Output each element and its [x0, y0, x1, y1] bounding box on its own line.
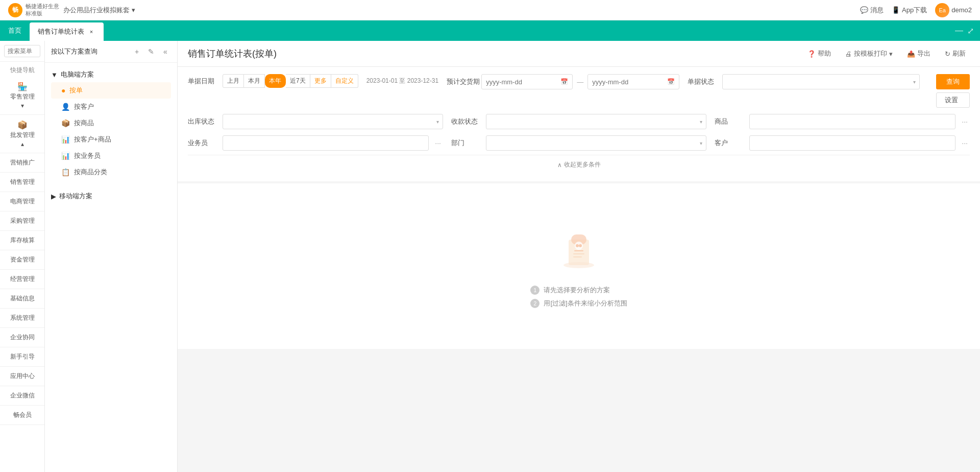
tab-close-icon[interactable]: ×: [87, 28, 95, 36]
tab-home[interactable]: 首页: [0, 20, 30, 41]
empty-illustration: [553, 224, 604, 275]
goods-dots-btn[interactable]: ···: [960, 117, 970, 126]
date-start-input[interactable]: [486, 78, 558, 86]
collapse-btn[interactable]: ∧ 收起更多条件: [188, 155, 970, 174]
sidebar-item-enterprise[interactable]: 企业协同: [0, 328, 44, 347]
tab-minimize-icon[interactable]: —: [955, 26, 963, 35]
app-download-btn[interactable]: 📱 App下载: [892, 6, 927, 15]
scheme-by-product[interactable]: 📦 按商品: [51, 115, 171, 131]
sidebar-item-appstore[interactable]: 应用中心: [0, 367, 44, 386]
scheme-product-icon: 📦: [61, 119, 70, 127]
search-input[interactable]: [4, 45, 40, 57]
customer-input[interactable]: [749, 135, 955, 151]
topbar: 畅 畅捷通好生意 标准版 办公用品行业模拟账套 ▾ 💬 消息 📱 App下载 E…: [0, 0, 980, 20]
payment-status-wrapper: ▾: [486, 114, 706, 129]
page-actions: ❓ 帮助 🖨 按模板打印 ▾ 📤 导出 ↻ 刷新: [803, 47, 970, 60]
avatar: Ea: [935, 3, 949, 17]
empty-steps: 1 请先选择要分析的方案 2 用[过滤]条件来缩小分析范围: [530, 286, 627, 308]
sidebar-item-ecommerce[interactable]: 电商管理: [0, 192, 44, 211]
scheme-by-category[interactable]: 📋 按商品分类: [51, 164, 171, 180]
svg-point-4: [576, 244, 579, 247]
date-separator: —: [577, 78, 583, 86]
logo-area: 畅 畅捷通好生意 标准版: [8, 3, 59, 17]
scheme-by-salesperson[interactable]: 📊 按业务员: [51, 148, 171, 164]
department-label: 部门: [451, 138, 482, 148]
print-btn[interactable]: 🖨 按模板打印 ▾: [841, 47, 897, 60]
scheme-order-icon: ●: [61, 86, 65, 95]
tab-maximize-icon[interactable]: ⤢: [967, 26, 974, 36]
sidebar-item-inventory[interactable]: 库存核算: [0, 231, 44, 250]
add-scheme-btn[interactable]: +: [131, 46, 142, 57]
filter-panel: 单据日期 上月 本月 本年 近7天 更多 自定义 2023-01-01 至 20…: [178, 67, 980, 181]
scheme-by-customer-product[interactable]: 📊 按客户+商品: [51, 131, 171, 148]
refresh-btn[interactable]: ↻ 刷新: [941, 47, 970, 60]
sidebar-item-retail[interactable]: 🏪 零售管理 ▾: [0, 77, 44, 115]
customer-dots-btn[interactable]: ···: [960, 139, 970, 147]
salesperson-dots-btn[interactable]: ···: [433, 139, 443, 147]
download-icon: 📱: [892, 6, 900, 14]
sidebar-item-member[interactable]: 畅会员: [0, 406, 44, 425]
empty-step-2: 2 用[过滤]条件来缩小分析范围: [530, 299, 627, 308]
sidebar-item-purchase[interactable]: 采购管理: [0, 211, 44, 231]
sidebar-quick-nav[interactable]: 快捷导航: [0, 62, 44, 77]
scheme-cat-icon: 📋: [61, 168, 70, 176]
date-range-text: 2023-01-01 至 2023-12-31: [366, 77, 438, 85]
settings-btn[interactable]: 设置: [936, 92, 970, 108]
delivery-status-select[interactable]: [223, 114, 443, 129]
logo-icon: 畅: [8, 3, 22, 17]
user-menu[interactable]: Ea demo2: [935, 3, 972, 17]
edit-scheme-btn[interactable]: ✎: [145, 46, 157, 57]
sidebar-item-operations[interactable]: 经营管理: [0, 270, 44, 289]
print-icon: 🖨: [845, 50, 852, 58]
filter-action-buttons: 查询 设置: [936, 74, 970, 108]
sidebar-item-wholesale[interactable]: 📦 批发管理 ▴: [0, 115, 44, 153]
help-icon: ❓: [807, 50, 816, 58]
last-7-btn[interactable]: 近7天: [286, 74, 310, 88]
order-status-select[interactable]: [722, 74, 920, 89]
quick-date-group: 上月 本月 本年 近7天 更多 自定义: [223, 74, 358, 88]
payment-status-select[interactable]: [486, 114, 706, 129]
expected-date-end[interactable]: 📅: [587, 74, 679, 89]
step-1-num: 1: [530, 286, 540, 295]
topbar-left: 畅 畅捷通好生意 标准版 办公用品行业模拟账套 ▾: [8, 3, 135, 17]
message-icon: 💬: [860, 6, 868, 14]
more-btn[interactable]: 更多: [310, 74, 331, 88]
scheme-by-order[interactable]: ● 按单: [51, 82, 171, 99]
this-year-btn[interactable]: 本年: [265, 74, 286, 88]
export-icon: 📤: [907, 50, 915, 58]
message-btn[interactable]: 💬 消息: [860, 6, 884, 15]
goods-input[interactable]: [749, 114, 955, 129]
calendar-end-icon: 📅: [667, 78, 675, 85]
tab-sales-order-stats[interactable]: 销售订单统计表 ×: [30, 22, 104, 41]
expected-date-start[interactable]: 📅: [481, 74, 573, 89]
mobile-section-header[interactable]: ▶ 移动端方案: [51, 188, 171, 204]
sidebar-item-sales[interactable]: 销售管理: [0, 173, 44, 192]
sidebar-item-marketing[interactable]: 营销推广: [0, 153, 44, 173]
department-select[interactable]: [486, 135, 706, 151]
page-title: 销售订单统计表(按单): [188, 48, 277, 60]
help-btn[interactable]: ❓ 帮助: [803, 47, 835, 60]
export-btn[interactable]: 📤 导出: [903, 47, 935, 60]
scheme-by-customer[interactable]: 👤 按客户: [51, 99, 171, 115]
wholesale-arrow: ▴: [21, 140, 24, 148]
sidebar-item-finance[interactable]: 资金管理: [0, 250, 44, 270]
edit-icon: ✎: [148, 48, 154, 56]
sidebar-item-newbie[interactable]: 新手引导: [0, 347, 44, 367]
sidebar-item-system[interactable]: 系统管理: [0, 309, 44, 328]
custom-btn[interactable]: 自定义: [331, 74, 358, 88]
desktop-section-title: 电脑端方案: [61, 70, 94, 79]
order-date-label: 单据日期: [188, 77, 218, 86]
workspace-title[interactable]: 办公用品行业模拟账套 ▾: [63, 6, 135, 15]
last-month-btn[interactable]: 上月: [223, 74, 244, 88]
sidebar-item-wechat[interactable]: 企业微信: [0, 386, 44, 406]
this-month-btn[interactable]: 本月: [244, 74, 265, 88]
collapse-panel-btn[interactable]: «: [160, 46, 171, 57]
payment-status-label: 收款状态: [451, 117, 482, 126]
department-wrapper: ▾: [486, 135, 706, 151]
sidebar: 快捷导航 🏪 零售管理 ▾ 📦 批发管理 ▴ 营销推广 销售管理 电商管理 采购…: [0, 41, 45, 472]
desktop-section-header[interactable]: ▼ 电脑端方案: [51, 67, 171, 82]
query-btn[interactable]: 查询: [936, 74, 970, 89]
sidebar-item-basic[interactable]: 基础信息: [0, 289, 44, 309]
salesperson-input[interactable]: [223, 135, 429, 151]
date-end-input[interactable]: [592, 78, 665, 86]
